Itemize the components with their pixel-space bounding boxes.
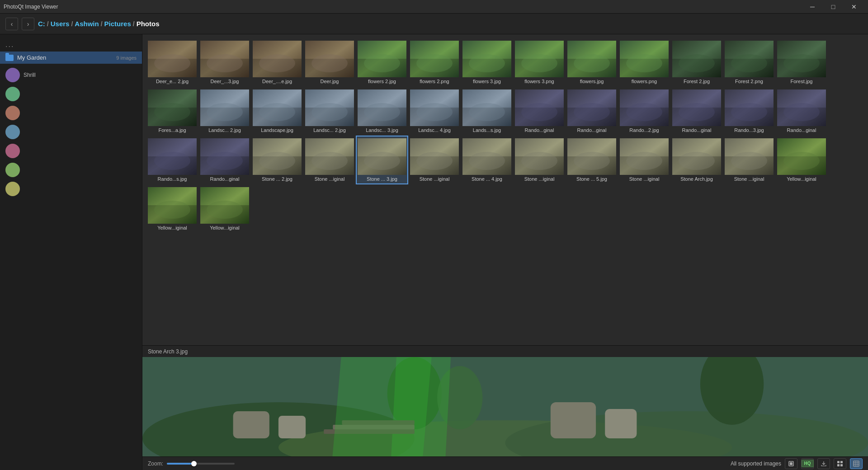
folder-icon [5,55,14,61]
thumbnail-item-rand8[interactable]: Rando...ginal [198,136,251,184]
avatar-7 [5,182,20,196]
thumbnail-item-foresta[interactable]: Fores...a.jpg [146,87,198,136]
thumbnail-item-forest2j[interactable]: Forest 2.jpg [670,38,723,87]
thumbnail-item-land4[interactable]: Landsc... 4.jpg [408,87,461,136]
thumb-image-rand7 [148,138,197,175]
thumbnail-item-stone3j[interactable]: Stone ... 3.jpg [356,136,408,184]
thumbnail-item-deer-e[interactable]: Deer_....e.jpg [251,38,303,87]
thumbnail-item-rand2[interactable]: Rando...ginal [566,87,618,136]
thumb-label-land4: Landsc... 4.jpg [411,127,458,133]
thumbnail-item-flowersp[interactable]: flowers.png [618,38,670,87]
contact-item-3[interactable] [0,103,142,122]
forward-button[interactable]: › [22,18,34,30]
status-right: All supported images HQ [731,458,863,469]
thumbnail-item-rand7[interactable]: Rando...s.jpg [146,136,198,184]
svg-point-74 [731,103,767,121]
thumbnail-item-rand5[interactable]: Rando...3.jpg [723,87,775,136]
thumb-label-land3: Landsc... 3.jpg [359,127,406,133]
thumb-label-deer-e: Deer_....e.jpg [254,79,301,84]
breadcrumb-user[interactable]: Ashwin [75,20,99,28]
thumbnail-item-yellowi3[interactable]: Yellow...iginal [198,184,251,233]
thumbnail-item-stone2j[interactable]: Stone ... 2.jpg [251,136,303,184]
contact-name-1: Shrill [24,72,36,78]
thumbnail-item-stonei5[interactable]: Stone ...iginal [723,136,775,184]
window-title: PhotoQt Image Viewer [4,4,802,10]
thumbnail-item-deer-3[interactable]: Deer_...3.jpg [198,38,251,87]
thumbnail-item-lands[interactable]: Lands...s.jpg [461,87,513,136]
svg-rect-130 [605,409,637,438]
thumbnail-item-landj[interactable]: Landscape.jpg [251,87,303,136]
contact-item-2[interactable] [0,85,142,103]
contact-item-5[interactable] [0,141,142,160]
thumbnail-item-stonei[interactable]: Stone ...iginal [303,136,356,184]
thumbnail-item-flowers3p[interactable]: flowers 3.png [513,38,566,87]
sidebar-item-label: My Garden [17,54,113,61]
grid-view-btn[interactable] [834,458,846,469]
thumbnail-item-rand3[interactable]: Rando...2.jpg [618,87,670,136]
close-button[interactable]: ✕ [844,0,864,14]
contact-item-7[interactable] [0,179,142,198]
thumb-label-rand4: Rando...ginal [673,127,720,133]
svg-rect-135 [324,429,415,434]
svg-point-107 [626,152,662,170]
thumbnail-item-deer[interactable]: Deer.jpg [303,38,356,87]
svg-point-50 [311,103,348,121]
thumbnail-item-flowers3j[interactable]: flowers 3.jpg [461,38,513,87]
breadcrumb-pictures[interactable]: Pictures [104,20,131,28]
hq-view-btn[interactable]: HQ [801,458,814,469]
minimize-button[interactable]: ─ [802,0,823,14]
thumbnail-item-stonearch[interactable]: Stone Arch.jpg [670,136,723,184]
thumb-view-btn[interactable] [850,458,863,469]
svg-point-41 [154,103,190,121]
thumb-label-landj: Landscape.jpg [254,127,301,133]
sidebar: ... My Garden 9 images Shrill [0,34,142,470]
thumb-label-stonearch: Stone Arch.jpg [673,176,720,182]
thumbnail-item-stonei3[interactable]: Stone ...iginal [513,136,566,184]
thumbnail-item-stone4j[interactable]: Stone ... 4.jpg [461,136,513,184]
avatar-3 [5,106,20,120]
thumbnail-item-stonei4[interactable]: Stone ...iginal [618,136,670,184]
thumb-label-stone4j: Stone ... 4.jpg [463,176,510,182]
zoom-slider[interactable] [167,463,235,465]
contact-item-6[interactable] [0,160,142,179]
preview-area [142,357,868,456]
thumbnail-item-land3[interactable]: Landsc... 3.jpg [356,87,408,136]
thumbnail-item-land2[interactable]: Landsc... 2.jpg [303,87,356,136]
svg-rect-139 [790,462,793,465]
svg-point-53 [364,103,400,121]
thumbnail-item-rand4[interactable]: Rando...ginal [670,87,723,136]
svg-point-11 [311,54,348,72]
export-btn[interactable] [817,458,830,469]
thumbnail-item-stonei2[interactable]: Stone ...iginal [408,136,461,184]
back-button[interactable]: ‹ [5,18,18,30]
thumbnail-item-flowers2j[interactable]: flowers 2.jpg [356,38,408,87]
breadcrumb-drive[interactable]: C: [38,20,45,28]
thumbnail-item-yellowi2[interactable]: Yellow...iginal [146,184,198,233]
thumb-image-deer-e [253,41,302,77]
cpu-view-btn[interactable] [785,458,797,469]
thumbnail-item-rand1[interactable]: Rando...ginal [513,87,566,136]
breadcrumb-users[interactable]: Users [51,20,70,28]
thumbnail-item-stone5j[interactable]: Stone ... 5.jpg [566,136,618,184]
svg-point-5 [207,54,243,72]
thumbnail-item-forest2p[interactable]: Forest 2.png [723,38,775,87]
thumbnail-item-flowersj[interactable]: flowers.jpg [566,38,618,87]
thumbnail-item-yellowi1[interactable]: Yellow...iginal [775,136,828,184]
svg-point-122 [207,201,243,219]
svg-point-23 [521,54,557,72]
contact-item-1[interactable]: Shrill [0,66,142,85]
thumbnail-item-flowers2p[interactable]: flowers 2.png [408,38,461,87]
thumbnail-item-land2j[interactable]: Landsc... 2.jpg [198,87,251,136]
sidebar-item-my-garden[interactable]: My Garden 9 images [0,52,142,64]
sidebar-contacts: Shrill [0,64,142,200]
maximize-button[interactable]: □ [823,0,844,14]
thumbnail-item-forestj[interactable]: Forest.jpg [775,38,828,87]
thumb-image-stonei2 [410,138,459,175]
thumb-label-yellowi1: Yellow...iginal [778,176,825,182]
thumb-label-yellowi3: Yellow...iginal [201,225,248,230]
thumbnail-item-deer-e2[interactable]: Deer_e... 2.jpg [146,38,198,87]
contact-item-4[interactable] [0,122,142,141]
svg-point-89 [311,152,348,170]
filter-label: All supported images [731,461,781,467]
thumbnail-item-rand6[interactable]: Rando...ginal [775,87,828,136]
